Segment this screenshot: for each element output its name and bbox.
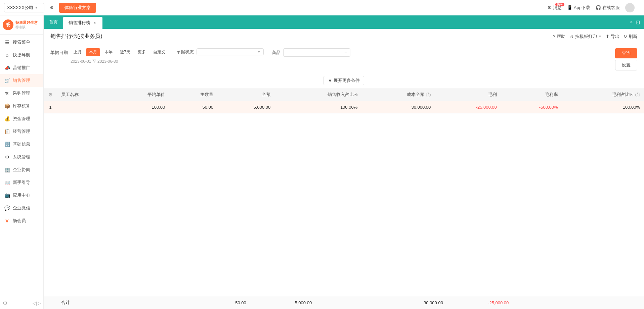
system-icon: ⚙ xyxy=(4,154,10,160)
nav-label: 系统管理 xyxy=(13,154,30,160)
profit-pct-help-icon[interactable]: ? xyxy=(635,93,640,97)
sidebar-item-wechat[interactable]: 💬 企业微信 xyxy=(0,202,43,214)
refresh-label: 刷新 xyxy=(629,34,637,40)
footer-label: 合计 xyxy=(61,300,115,306)
sidebar-item-enterprise[interactable]: 🏢 企业协同 xyxy=(0,163,43,176)
sidebar-item-app-center[interactable]: 📺 应用中心 xyxy=(0,189,43,202)
cost-help-icon[interactable]: ? xyxy=(426,93,431,97)
date-option-last-month[interactable]: 上月 xyxy=(71,48,85,56)
message-button[interactable]: ✉ 消息 99+ xyxy=(548,5,562,11)
nav-label: 企业协同 xyxy=(13,167,30,173)
date-option-7days[interactable]: 近7天 xyxy=(117,48,133,56)
sidebar-item-quick-nav[interactable]: ⌂ 快捷导航 xyxy=(0,49,43,61)
sidebar-item-basics[interactable]: 🔢 基础信息 xyxy=(0,138,43,151)
settings-icon[interactable]: ⚙ xyxy=(47,3,56,12)
nav-label: 企业微信 xyxy=(13,205,30,211)
inventory-icon: 📦 xyxy=(4,103,10,109)
cell-employee xyxy=(57,101,111,113)
user-avatar[interactable] xyxy=(625,3,635,12)
company-selector[interactable]: XXXXXX公司 ▼ xyxy=(4,3,44,12)
sidebar-item-sales[interactable]: 🛒 销售管理 xyxy=(0,74,43,87)
app-download-button[interactable]: 📱 App下载 xyxy=(567,5,590,11)
message-icon: ✉ xyxy=(548,5,552,10)
date-option-this-month[interactable]: 本月 xyxy=(86,48,100,56)
export-button[interactable]: ⬆ 导出 xyxy=(606,34,619,40)
home-tab-label: 首页 xyxy=(49,19,58,25)
tab-sales-ranking[interactable]: 销售排行榜 × xyxy=(63,17,102,29)
help-button[interactable]: ? 帮助 xyxy=(553,34,565,40)
cell-profit: -25,000.00 xyxy=(435,101,501,113)
logo-icon: 畅 xyxy=(3,19,13,30)
refresh-button[interactable]: ↻ 刷新 xyxy=(624,34,637,40)
print-label: 按模板打印 xyxy=(575,34,597,40)
online-service-label: 在线客服 xyxy=(602,5,620,11)
settings-bottom-icon[interactable]: ⚙ xyxy=(3,300,7,306)
wechat-icon: 💬 xyxy=(4,205,10,211)
tab-close-icon[interactable]: × xyxy=(92,20,97,25)
company-dropdown-arrow: ▼ xyxy=(35,6,38,9)
table-row: 1 100.00 50.00 5,000.00 100.00% 30,000.0… xyxy=(44,101,644,113)
logo-sub: 标准版 xyxy=(15,25,38,30)
date-filter-group: 单据日期 上月 本月 本年 近7天 更多 自定义 20 xyxy=(50,48,168,64)
footer-qty: 50.00 xyxy=(180,300,246,305)
enterprise-icon: 🏢 xyxy=(4,167,10,173)
col-avg-price: 平均单价 xyxy=(111,88,169,101)
sidebar-item-inventory[interactable]: 📦 库存核算 xyxy=(0,100,43,112)
date-option-more[interactable]: 更多 xyxy=(135,48,149,56)
cell-sales-pct: 100.00% xyxy=(274,101,361,113)
query-actions: 查询 设置 xyxy=(615,48,637,70)
basics-icon: 🔢 xyxy=(4,141,10,147)
table-footer: 合计 50.00 5,000.00 30,000.00 -25,000.00 xyxy=(44,296,644,309)
sidebar-item-purchase[interactable]: 🛍 采购管理 xyxy=(0,87,43,100)
query-button[interactable]: 查询 xyxy=(615,48,637,58)
tab-home[interactable]: 首页 xyxy=(44,15,63,29)
sidebar-item-marketing[interactable]: 📣 营销推广 xyxy=(0,61,43,74)
cell-profit-pct: 100.00% xyxy=(562,101,644,113)
goods-input[interactable]: ··· xyxy=(283,48,350,57)
company-name: XXXXXX公司 xyxy=(7,5,33,11)
status-select[interactable]: ▼ xyxy=(197,48,264,55)
date-range-display: 2023-06-01 至 2023-06-30 xyxy=(71,59,168,64)
goods-filter-group: 商品 ··· xyxy=(272,48,350,57)
col-qty: 主数量 xyxy=(169,88,217,101)
main-area: 畅 畅康通好生意 标准版 ☰ 搜索菜单 ⌂ 快捷导航 📣 营销推广 xyxy=(0,15,644,309)
sidebar-item-guide[interactable]: 📖 新手引导 xyxy=(0,176,43,189)
print-button[interactable]: 🖨 按模板打印 ▼ xyxy=(569,34,602,40)
cell-avg-price: 100.00 xyxy=(111,101,169,113)
nav-label: 营销推广 xyxy=(13,65,30,71)
nav-label: 畅会员 xyxy=(13,218,26,224)
trial-button[interactable]: 体验行业方案 xyxy=(59,3,96,13)
expand-more-label: 展开更多条件 xyxy=(334,78,360,84)
table-settings-icon[interactable]: ⚙ xyxy=(48,92,53,97)
sidebar-item-system[interactable]: ⚙ 系统管理 xyxy=(0,151,43,163)
phone-icon: 📱 xyxy=(567,5,572,10)
sidebar-item-finance[interactable]: 💰 资金管理 xyxy=(0,112,43,125)
date-options: 上月 本月 本年 近7天 更多 自定义 xyxy=(71,48,168,56)
page-header-actions: ? 帮助 🖨 按模板打印 ▼ ⬆ 导出 ↻ xyxy=(553,34,637,40)
goods-label: 商品 xyxy=(272,50,281,56)
expand-more-button[interactable]: ▼ 展开更多条件 xyxy=(324,76,364,85)
date-option-custom[interactable]: 自定义 xyxy=(150,48,168,56)
filter-area: 单据日期 上月 本月 本年 近7天 更多 自定义 20 xyxy=(44,44,644,88)
status-label: 单据状态 xyxy=(176,49,194,55)
table-header-row: ⚙ 员工名称 平均单价 主数量 全额 销售收入占比% 成本全额 ? 毛利 毛利率 xyxy=(44,88,644,101)
top-bar-left: XXXXXX公司 ▼ ⚙ 体验行业方案 xyxy=(4,3,96,13)
date-option-this-year[interactable]: 本年 xyxy=(101,48,116,56)
online-service-button[interactable]: 🎧 在线客服 xyxy=(596,5,620,11)
col-employee: 员工名称 xyxy=(57,88,111,101)
close-window-icon[interactable]: × xyxy=(630,19,633,25)
restore-window-icon[interactable]: ⊡ xyxy=(636,19,640,25)
content-area: 首页 销售排行榜 × × ⊡ 销售排行榜(按业务员) xyxy=(44,15,644,309)
sidebar-item-operations[interactable]: 📋 经营管理 xyxy=(0,125,43,138)
collapse-sidebar-icon[interactable]: ◁▷ xyxy=(33,300,41,306)
quick-nav-icon: ⌂ xyxy=(4,52,10,58)
sidebar-bottom: ⚙ ◁▷ xyxy=(0,297,43,309)
sidebar-item-search-order[interactable]: ☰ 搜索菜单 xyxy=(0,36,43,49)
settings-button[interactable]: 设置 xyxy=(615,60,637,70)
date-label: 单据日期 xyxy=(50,48,68,56)
table-section: ⚙ 员工名称 平均单价 主数量 全额 销售收入占比% 成本全额 ? 毛利 毛利率 xyxy=(44,88,644,296)
sales-icon: 🛒 xyxy=(4,78,10,84)
app-download-label: App下载 xyxy=(574,5,590,11)
sidebar-item-member[interactable]: V 畅会员 xyxy=(0,214,43,227)
help-icon: ? xyxy=(553,34,555,39)
